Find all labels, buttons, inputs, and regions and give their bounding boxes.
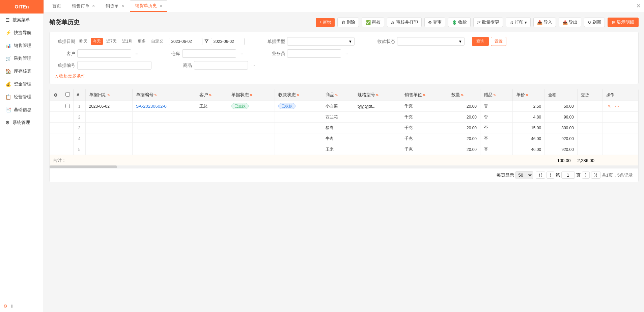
- export-icon: 📤: [562, 20, 568, 25]
- td-customer: [196, 112, 228, 123]
- td-doc-status: [228, 133, 275, 144]
- filter-row-2: 客户 ··· 仓库 ··· 业务员 ···: [55, 49, 633, 58]
- date-to-input[interactable]: [211, 38, 245, 45]
- audit-print-button[interactable]: 🖨 审核并打印: [387, 18, 422, 27]
- salesperson-input[interactable]: [287, 49, 341, 58]
- next-page-button[interactable]: ⟩: [582, 172, 590, 179]
- collect-button[interactable]: 💲 收款: [448, 18, 471, 27]
- date-tab-1month[interactable]: 近1月: [120, 38, 135, 45]
- td-checkbox: [62, 123, 73, 133]
- product-input[interactable]: [194, 61, 248, 70]
- customer-search-icon[interactable]: ···: [133, 51, 140, 56]
- td-doc-no: [132, 144, 196, 155]
- salesperson-search-icon[interactable]: ···: [343, 51, 349, 56]
- th-unit[interactable]: 销售单位⇅: [401, 89, 448, 101]
- page-header: 销货单历史 + 新增 🗑 删除 ✅ 审核 🖨 审核并打印 ⊗ 弃审: [49, 18, 639, 27]
- warehouse-input[interactable]: [182, 49, 236, 58]
- td-checkbox: [62, 112, 73, 123]
- td-price: 46.00: [512, 144, 545, 155]
- refresh-button[interactable]: ↻ 刷新: [584, 18, 605, 27]
- td-qty: 20.00: [448, 101, 480, 112]
- doc-type-dropdown-icon: ▾: [349, 39, 352, 44]
- customer-input[interactable]: [77, 49, 131, 58]
- th-qty[interactable]: 数量⇅: [448, 89, 480, 101]
- doc-type-select[interactable]: ▾: [287, 37, 355, 46]
- new-button[interactable]: + 新增: [316, 18, 335, 27]
- abandon-button[interactable]: ⊗ 弃审: [424, 18, 445, 27]
- sidebar-item-basic-info[interactable]: 📑 基础信息: [0, 103, 44, 116]
- th-doc-no[interactable]: 单据编号⇅: [132, 89, 196, 101]
- date-tab-today[interactable]: 今天: [91, 38, 103, 45]
- doc-no-input[interactable]: [77, 61, 151, 70]
- import-button[interactable]: 📥 导入: [533, 18, 556, 27]
- edit-action[interactable]: ✎: [606, 103, 612, 109]
- settings-icon[interactable]: ⚙: [3, 304, 7, 309]
- th-gear[interactable]: ⚙: [50, 89, 62, 101]
- sidebar-item-quick-nav[interactable]: ⚡ 快捷导航: [0, 26, 44, 39]
- toolbar: + 新增 🗑 删除 ✅ 审核 🖨 审核并打印 ⊗ 弃审: [316, 18, 639, 27]
- page-number-input[interactable]: [561, 172, 575, 179]
- tab-sales-order[interactable]: 销售订单 ✕: [67, 0, 100, 12]
- scrollbar-thumb[interactable]: [50, 165, 117, 168]
- sidebar-item-sys-mgmt[interactable]: ⚙ 系统管理: [0, 116, 44, 129]
- export-button[interactable]: 📤 导出: [559, 18, 581, 27]
- select-all-checkbox[interactable]: [65, 92, 70, 97]
- th-price[interactable]: 单价⇅: [512, 89, 545, 101]
- tab-sales-order-close[interactable]: ✕: [92, 4, 95, 8]
- settings-filter-button[interactable]: 设置: [491, 37, 506, 46]
- batch-change-button[interactable]: ⇄ 批量变更: [473, 18, 503, 27]
- warehouse-search-icon[interactable]: ···: [238, 51, 245, 56]
- th-spec[interactable]: 规格型号⇅: [354, 89, 401, 101]
- filter-warehouse: 仓库 ···: [160, 49, 245, 58]
- sidebar-item-ops-mgmt[interactable]: 📋 经营管理: [0, 90, 44, 103]
- customer-label: 客户: [55, 51, 75, 57]
- date-tab-more[interactable]: 更多: [136, 38, 148, 45]
- show-detail-button[interactable]: ⊞ 显示明细: [608, 18, 639, 27]
- table-row: 4 牛肉 千克 20.00 否 46.00 920.00: [50, 133, 638, 144]
- sidebar-item-fund-mgmt[interactable]: 💰 资金管理: [0, 78, 44, 90]
- audit-button[interactable]: ✅ 审核: [362, 18, 384, 27]
- th-collect-status[interactable]: 收款状态⇅: [275, 89, 322, 101]
- th-doc-date[interactable]: 单据日期⇅: [85, 89, 132, 101]
- th-product[interactable]: 商品⇅: [322, 89, 354, 101]
- gear-settings-icon[interactable]: ⚙: [54, 93, 58, 98]
- row-checkbox[interactable]: [65, 104, 70, 108]
- date-tab-yesterday[interactable]: 昨天: [77, 38, 89, 45]
- delete-button[interactable]: 🗑 删除: [337, 18, 359, 27]
- query-button[interactable]: 查询: [472, 37, 489, 46]
- prev-page-button[interactable]: ⟨: [547, 172, 554, 179]
- td-trade: [577, 112, 603, 123]
- tab-home[interactable]: 首页: [47, 0, 66, 12]
- sidebar-bottom: ⚙ ⏸: [0, 300, 44, 312]
- sidebar-item-sales-mgmt[interactable]: 📊 销售管理: [0, 39, 44, 52]
- sidebar-item-purchase-mgmt[interactable]: 🛒 采购管理: [0, 52, 44, 65]
- print-icon: 🖨: [509, 20, 514, 25]
- th-customer[interactable]: 客户⇅: [196, 89, 228, 101]
- tab-sales-goods[interactable]: 销货单 ✕: [101, 0, 129, 12]
- table-row: 1 2023-06-02 SA-20230602-0 王总 已生效 已收款 小白…: [50, 101, 638, 112]
- first-page-button[interactable]: ⟨⟨: [536, 172, 545, 179]
- sidebar-item-search-menu[interactable]: ☰ 搜索菜单: [0, 14, 44, 26]
- last-page-button[interactable]: ⟩⟩: [591, 172, 600, 179]
- date-from-input[interactable]: [169, 38, 202, 45]
- horizontal-scrollbar[interactable]: [50, 165, 638, 168]
- sidebar-item-inventory[interactable]: 🏠 库存核算: [0, 65, 44, 78]
- per-page-select[interactable]: 50 100 200: [515, 171, 533, 179]
- table-header-row: ⚙ # 单据日期⇅ 单据编号⇅ 客户⇅: [50, 89, 638, 101]
- print-button[interactable]: 🖨 打印 ▾: [506, 18, 531, 27]
- filter-row-1: 单据日期 昨天 今天 近7天 近1月 更多 自定义 至 单据类型: [55, 37, 633, 46]
- th-doc-status[interactable]: 单据状态⇅: [228, 89, 275, 101]
- tab-close-all[interactable]: ✕: [636, 3, 641, 9]
- tab-sales-history-close[interactable]: ✕: [160, 4, 162, 8]
- tab-sales-goods-close[interactable]: ✕: [121, 4, 124, 8]
- collapse-button[interactable]: ∧ 收起更多条件: [55, 73, 633, 79]
- collect-status-select[interactable]: ▾: [397, 37, 465, 46]
- more-action[interactable]: ⋯: [614, 103, 620, 109]
- date-tab-custom[interactable]: 自定义: [149, 38, 165, 45]
- date-tab-7days[interactable]: 近7天: [104, 38, 119, 45]
- th-gift[interactable]: 赠品⇅: [480, 89, 513, 101]
- collapse-icon[interactable]: ⏸: [10, 304, 15, 309]
- product-search-icon[interactable]: ···: [250, 63, 256, 68]
- doc-status-badge: 已生效: [231, 103, 249, 109]
- tab-sales-history[interactable]: 销货单历史 ✕: [130, 0, 167, 12]
